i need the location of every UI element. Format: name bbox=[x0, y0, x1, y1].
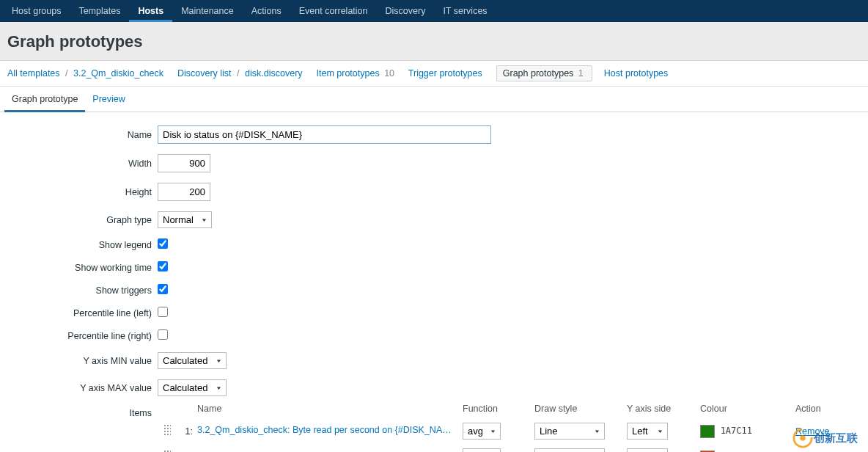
label-y-max: Y axis MAX value bbox=[0, 383, 158, 393]
crumb-item-prototypes[interactable]: Item prototypes bbox=[317, 68, 380, 79]
tab-preview[interactable]: Preview bbox=[85, 87, 132, 112]
label-show-legend: Show legend bbox=[0, 240, 158, 250]
topnav: Host groups Templates Hosts Maintenance … bbox=[0, 0, 868, 22]
nav-it-services[interactable]: IT services bbox=[434, 0, 496, 22]
colour-value: 1A7C11 bbox=[721, 426, 752, 436]
label-graph-type: Graph type bbox=[0, 215, 158, 225]
nav-actions[interactable]: Actions bbox=[243, 0, 290, 22]
col-colour-head: Colour bbox=[700, 404, 795, 414]
row-index: 1: bbox=[180, 426, 197, 437]
draw-style-select[interactable]: Line bbox=[534, 448, 605, 452]
crumb-separator: / bbox=[65, 68, 67, 79]
col-axis-head: Y axis side bbox=[627, 404, 700, 414]
label-height: Height bbox=[0, 187, 158, 197]
height-input[interactable] bbox=[158, 183, 210, 201]
crumb-discovery-list[interactable]: Discovery list bbox=[177, 68, 232, 79]
col-action-head: Action bbox=[795, 404, 844, 414]
nav-maintenance[interactable]: Maintenance bbox=[172, 0, 243, 22]
perc-left-checkbox[interactable] bbox=[158, 307, 168, 317]
label-show-working: Show working time bbox=[0, 263, 158, 273]
axis-side-select[interactable]: Left bbox=[627, 448, 668, 452]
drag-handle-icon[interactable] bbox=[163, 424, 171, 436]
svg-point-1 bbox=[800, 435, 806, 441]
label-y-min: Y axis MIN value bbox=[0, 356, 158, 366]
function-select[interactable]: avg bbox=[463, 423, 501, 440]
crumb-rule[interactable]: disk.discovery bbox=[245, 68, 303, 79]
nav-hosts[interactable]: Hosts bbox=[129, 0, 172, 22]
crumb-separator: / bbox=[237, 68, 239, 79]
crumb-trigger-prototypes[interactable]: Trigger prototypes bbox=[408, 68, 482, 79]
page-title-bar: Graph prototypes bbox=[0, 22, 868, 61]
item-link[interactable]: 3.2_Qm_diskio_check: Byte read per secon… bbox=[197, 425, 454, 435]
breadcrumbs: All templates / 3.2_Qm_diskio_check Disc… bbox=[0, 61, 868, 87]
label-items: Items bbox=[0, 407, 158, 418]
page-title: Graph prototypes bbox=[7, 32, 861, 51]
label-width: Width bbox=[0, 158, 158, 169]
graph-type-select[interactable]: Normal bbox=[158, 211, 212, 228]
label-perc-right: Percentile line (right) bbox=[0, 331, 158, 341]
name-input[interactable] bbox=[158, 125, 491, 144]
y-min-select[interactable]: Calculated bbox=[158, 352, 227, 369]
colour-chip[interactable] bbox=[700, 425, 715, 438]
perc-right-checkbox[interactable] bbox=[158, 329, 168, 340]
table-row: 2: 3.2_Qm_diskio_check: Bandwidth utiliz… bbox=[163, 444, 853, 452]
crumb-graph-count: 1 bbox=[578, 68, 584, 79]
width-input[interactable] bbox=[158, 154, 210, 172]
show-legend-checkbox[interactable] bbox=[158, 238, 168, 249]
col-function-head: Function bbox=[463, 404, 534, 414]
col-draw-head: Draw style bbox=[534, 404, 627, 414]
y-max-select[interactable]: Calculated bbox=[158, 379, 227, 396]
draw-style-select[interactable]: Line bbox=[534, 423, 605, 440]
nav-discovery[interactable]: Discovery bbox=[377, 0, 435, 22]
crumb-graph-prototypes-active: Graph prototypes 1 bbox=[496, 65, 593, 81]
col-name-head: Name bbox=[197, 404, 463, 414]
crumb-template[interactable]: 3.2_Qm_diskio_check bbox=[73, 68, 163, 79]
crumb-graph-label: Graph prototypes bbox=[503, 68, 574, 79]
label-name: Name bbox=[0, 130, 158, 140]
items-table: Name Function Draw style Y axis side Col… bbox=[163, 404, 853, 452]
crumb-all-templates[interactable]: All templates bbox=[7, 68, 60, 79]
tab-graph-prototype[interactable]: Graph prototype bbox=[4, 87, 85, 112]
nav-event-correlation[interactable]: Event correlation bbox=[290, 0, 377, 22]
items-head: Name Function Draw style Y axis side Col… bbox=[163, 404, 853, 418]
show-working-checkbox[interactable] bbox=[158, 261, 168, 271]
show-triggers-checkbox[interactable] bbox=[158, 284, 168, 294]
nav-templates[interactable]: Templates bbox=[70, 0, 129, 22]
watermark-text: 创新互联 bbox=[814, 431, 858, 445]
label-show-triggers: Show triggers bbox=[0, 285, 158, 296]
watermark-icon bbox=[792, 427, 814, 449]
function-select[interactable]: avg bbox=[463, 448, 501, 452]
axis-side-select[interactable]: Left bbox=[627, 423, 668, 440]
crumb-host-prototypes[interactable]: Host prototypes bbox=[604, 68, 669, 79]
tabs: Graph prototype Preview bbox=[0, 87, 868, 112]
nav-host-groups[interactable]: Host groups bbox=[3, 0, 70, 22]
watermark: 创新互联 bbox=[792, 427, 858, 449]
table-row: 1: 3.2_Qm_diskio_check: Byte read per se… bbox=[163, 418, 853, 444]
crumb-item-count: 10 bbox=[384, 68, 394, 79]
label-perc-left: Percentile line (left) bbox=[0, 308, 158, 318]
graph-prototype-form: Name Width Height Graph type Normal Show… bbox=[0, 112, 868, 452]
